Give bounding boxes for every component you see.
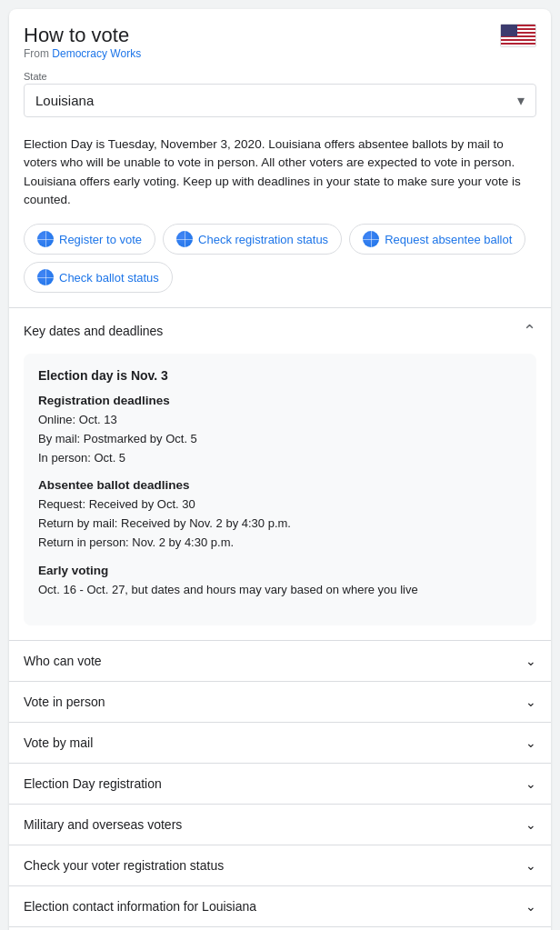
state-value: Louisiana bbox=[35, 93, 94, 108]
globe-icon-2 bbox=[176, 231, 193, 247]
registration-deadlines-section: Registration deadlines Online: Oct. 13 B… bbox=[38, 394, 522, 467]
description-text: Election Day is Tuesday, November 3, 202… bbox=[9, 128, 551, 224]
us-flag-icon bbox=[500, 24, 536, 47]
key-dates-title: Key dates and deadlines bbox=[24, 324, 163, 338]
collapsible-label-3: Election Day registration bbox=[24, 776, 162, 791]
key-dates-section-header[interactable]: Key dates and deadlines ⌃ bbox=[9, 307, 551, 354]
header-left: How to vote From Democracy Works bbox=[24, 24, 141, 60]
collapsible-label-1: Vote in person bbox=[24, 695, 105, 709]
chevron-down-icon: ▾ bbox=[517, 92, 525, 109]
collapsible-vote-in-person[interactable]: Vote in person ⌄ bbox=[9, 681, 551, 722]
reg-deadline-1: By mail: Postmarked by Oct. 5 bbox=[38, 430, 522, 449]
absentee-title: Absentee ballot deadlines bbox=[38, 478, 522, 492]
absentee-deadlines-section: Absentee ballot deadlines Request: Recei… bbox=[38, 478, 522, 552]
early-voting-title: Early voting bbox=[38, 564, 522, 577]
chevron-down-icon-0: ⌄ bbox=[525, 654, 536, 668]
show-less-button[interactable]: ⌃ Show less bbox=[9, 926, 551, 930]
early-voting-section: Early voting Oct. 16 - Oct. 27, but date… bbox=[38, 564, 522, 600]
main-card: How to vote From Democracy Works State L… bbox=[9, 9, 551, 930]
register-to-vote-button[interactable]: Register to vote bbox=[24, 224, 155, 255]
registration-deadlines-title: Registration deadlines bbox=[38, 394, 522, 407]
chevron-down-icon-4: ⌄ bbox=[525, 817, 536, 832]
globe-icon-4 bbox=[37, 269, 54, 285]
absentee-deadline-1: Return by mail: Received by Nov. 2 by 4:… bbox=[38, 515, 522, 534]
request-absentee-label: Request absentee ballot bbox=[385, 233, 512, 246]
register-to-vote-label: Register to vote bbox=[59, 233, 142, 246]
chevron-down-icon-2: ⌄ bbox=[525, 735, 536, 750]
action-buttons-group: Register to vote Check registration stat… bbox=[9, 224, 551, 307]
state-selector-wrapper: State Louisiana ▾ bbox=[9, 67, 551, 128]
collapsible-vote-by-mail[interactable]: Vote by mail ⌄ bbox=[9, 722, 551, 763]
chevron-up-icon: ⌃ bbox=[523, 321, 536, 341]
chevron-down-icon-5: ⌄ bbox=[525, 858, 536, 873]
collapsible-check-registration[interactable]: Check your voter registration status ⌄ bbox=[9, 845, 551, 885]
check-ballot-status-button[interactable]: Check ballot status bbox=[24, 262, 173, 293]
collapsible-label-6: Election contact information for Louisia… bbox=[24, 899, 256, 914]
collapsible-election-day-registration[interactable]: Election Day registration ⌄ bbox=[9, 763, 551, 804]
collapsible-label-0: Who can vote bbox=[24, 654, 102, 668]
check-ballot-label: Check ballot status bbox=[59, 271, 159, 285]
reg-deadline-0: Online: Oct. 13 bbox=[38, 411, 522, 430]
check-registration-status-button[interactable]: Check registration status bbox=[163, 224, 342, 255]
chevron-down-icon-3: ⌄ bbox=[525, 776, 536, 791]
early-voting-detail: Oct. 16 - Oct. 27, but dates and hours m… bbox=[38, 581, 522, 600]
collapsible-label-5: Check your voter registration status bbox=[24, 858, 224, 873]
header: How to vote From Democracy Works bbox=[9, 9, 551, 67]
collapsible-label-4: Military and overseas voters bbox=[24, 817, 182, 832]
page-title: How to vote bbox=[24, 24, 141, 47]
source-attribution: From Democracy Works bbox=[24, 47, 141, 60]
chevron-down-icon-1: ⌄ bbox=[525, 695, 536, 709]
check-registration-label: Check registration status bbox=[198, 233, 328, 246]
collapsible-election-contact[interactable]: Election contact information for Louisia… bbox=[9, 885, 551, 926]
key-dates-content: Election day is Nov. 3 Registration dead… bbox=[24, 354, 536, 625]
request-absentee-ballot-button[interactable]: Request absentee ballot bbox=[349, 224, 525, 255]
flag-stripes bbox=[501, 25, 535, 46]
chevron-down-icon-6: ⌄ bbox=[525, 899, 536, 914]
absentee-deadline-0: Request: Received by Oct. 30 bbox=[38, 495, 522, 515]
collapsible-label-2: Vote by mail bbox=[24, 735, 93, 750]
globe-icon-3 bbox=[363, 231, 379, 247]
absentee-deadline-2: Return in person: Nov. 2 by 4:30 p.m. bbox=[38, 534, 522, 553]
election-day-text: Election day is Nov. 3 bbox=[38, 368, 522, 383]
source-prefix: From bbox=[24, 47, 52, 60]
flag-canton bbox=[501, 25, 517, 36]
collapsible-who-can-vote[interactable]: Who can vote ⌄ bbox=[9, 640, 551, 681]
source-link[interactable]: Democracy Works bbox=[52, 47, 141, 60]
state-dropdown[interactable]: Louisiana ▾ bbox=[24, 84, 536, 117]
globe-icon-1 bbox=[37, 231, 54, 247]
collapsible-military-overseas[interactable]: Military and overseas voters ⌄ bbox=[9, 804, 551, 845]
state-selector-label: State bbox=[24, 71, 536, 82]
reg-deadline-2: In person: Oct. 5 bbox=[38, 449, 522, 468]
